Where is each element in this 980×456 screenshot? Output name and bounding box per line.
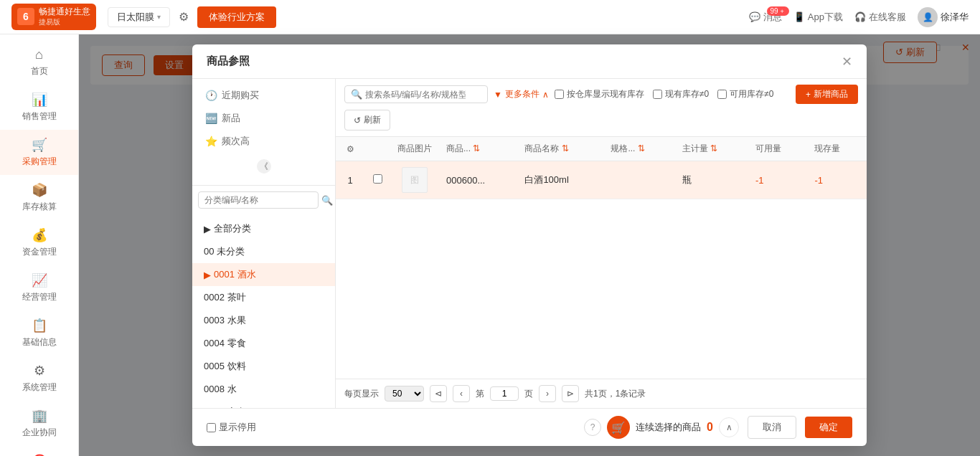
modal-footer: 显示停用 ? 🛒 连续选择的商品 0 ∧ 取消 确定 xyxy=(192,408,867,446)
sidebar-item-system[interactable]: ⚙ 系统管理 xyxy=(0,356,78,401)
product-search-input[interactable] xyxy=(365,90,466,100)
checkbox-stock-nonzero[interactable]: 现有库存≠0 xyxy=(653,88,709,100)
page-number-input[interactable] xyxy=(490,386,519,401)
headset-icon: 🎧 xyxy=(854,11,866,22)
category-search-input[interactable] xyxy=(198,191,319,209)
category-search-icon[interactable]: 🔍 xyxy=(321,195,333,206)
category-0005[interactable]: 0005 饮料 xyxy=(192,355,335,378)
per-page-select[interactable]: 50 100 200 xyxy=(385,386,424,402)
left-panel: 🕐 近期购买 🆕 新品 ⭐ 频次高 《 xyxy=(192,79,336,408)
prev-page-button[interactable]: ‹ xyxy=(453,385,470,402)
settings-icon[interactable]: ⚙ xyxy=(179,10,189,24)
sidebar-item-enterprise[interactable]: 🏢 企业协同 xyxy=(0,401,78,446)
col-name[interactable]: 商品名称 ⇅ xyxy=(517,137,603,161)
category-all-arrow: ▶ xyxy=(204,224,211,234)
category-00-label: 00 未分类 xyxy=(204,245,245,258)
app-download[interactable]: 📱 App下载 xyxy=(793,11,843,24)
row-available: -1 xyxy=(748,161,808,199)
sidebar-item-finance[interactable]: 💰 资金管理 xyxy=(0,220,78,265)
tab-recent[interactable]: 🕐 近期购买 xyxy=(198,85,329,106)
business-icon: 📈 xyxy=(32,272,47,288)
category-0010[interactable]: 0010 家电 xyxy=(192,401,335,408)
cart-count: 0 xyxy=(707,421,713,434)
product-image: 图 xyxy=(402,167,428,193)
add-product-button[interactable]: + 新增商品 xyxy=(796,85,858,104)
sidebar-label-business: 经营管理 xyxy=(22,291,57,303)
cancel-button[interactable]: 取消 xyxy=(748,416,796,439)
category-0008-label: 0008 水 xyxy=(204,383,237,396)
page-total: 共1页，1条记录 xyxy=(585,388,646,400)
category-all[interactable]: ▶ 全部分类 xyxy=(192,217,335,240)
category-00[interactable]: 00 未分类 xyxy=(192,240,335,263)
category-0005-label: 0005 饮料 xyxy=(204,360,246,373)
online-service[interactable]: 🎧 在线客服 xyxy=(854,11,906,24)
category-0008[interactable]: 0008 水 xyxy=(192,378,335,401)
sidebar-item-purchase[interactable]: 🛒 采购管理 xyxy=(0,130,78,175)
more-filter-button[interactable]: ▼ 更多条件 ∧ xyxy=(494,88,549,100)
tab-new[interactable]: 🆕 新品 xyxy=(198,108,329,129)
sidebar-item-sales[interactable]: 📊 销售管理 xyxy=(0,85,78,130)
messages-badge[interactable]: 💬 消息 99+ xyxy=(749,11,782,24)
close-modal-button[interactable]: ✕ xyxy=(842,55,852,68)
row-num: 1 xyxy=(336,161,364,199)
navbar: 6 畅捷通好生意 捷易版 日太阳膜 ▾ ⚙ 体验行业方案 💬 消息 99+ 📱 … xyxy=(0,0,980,34)
category-0002-label: 0002 茶叶 xyxy=(204,291,246,304)
sidebar: ⌂ 首页 📊 销售管理 🛒 采购管理 📦 库存核算 💰 资金管理 📈 经营管理 … xyxy=(0,34,79,456)
checkbox-show-stock-input[interactable] xyxy=(555,90,564,99)
modal-title: 商品参照 xyxy=(207,54,250,68)
col-unit[interactable]: 主计量 ⇅ xyxy=(675,137,748,161)
add-icon: + xyxy=(806,90,811,100)
row-checkbox[interactable] xyxy=(373,174,382,184)
category-0001[interactable]: ▶ 0001 酒水 xyxy=(192,263,335,286)
category-0004[interactable]: 0004 零食 xyxy=(192,332,335,355)
trial-button[interactable]: 体验行业方案 xyxy=(197,6,276,28)
collapse-cart-button[interactable]: ∧ xyxy=(719,417,739,437)
col-spec[interactable]: 规格... ⇅ xyxy=(603,137,674,161)
logo[interactable]: 6 畅捷通好生意 捷易版 xyxy=(11,4,96,29)
row-spec xyxy=(603,161,674,199)
first-page-button[interactable]: ⊲ xyxy=(430,385,447,402)
checkbox-available-nonzero[interactable]: 可用库存≠0 xyxy=(717,88,773,100)
category-0002[interactable]: 0002 茶叶 xyxy=(192,286,335,309)
sidebar-item-basic[interactable]: 📋 基础信息 xyxy=(0,310,78,356)
user-menu[interactable]: 👤 徐泽华 xyxy=(918,7,969,27)
row-code: 000600... xyxy=(439,161,517,199)
last-page-button[interactable]: ⊳ xyxy=(562,385,579,402)
modal-overlay: 商品参照 ✕ 🕐 近期购买 🆕 xyxy=(79,34,980,456)
filter-label: 更多条件 xyxy=(505,88,540,100)
category-0001-label: 0001 酒水 xyxy=(214,268,256,281)
sidebar-label-purchase: 采购管理 xyxy=(22,156,57,168)
cart-icon[interactable]: 🛒 xyxy=(607,416,630,439)
recent-icon: 🕐 xyxy=(205,90,217,101)
sidebar-item-home[interactable]: ⌂ 首页 xyxy=(0,40,78,85)
message-count: 99+ xyxy=(767,6,788,16)
product-table: ⚙ 商品图片 商品... ⇅ 商品名称 xyxy=(336,137,867,199)
refresh-button[interactable]: ↺ 刷新 xyxy=(344,110,390,130)
sidebar-item-inventory[interactable]: 📦 库存核算 xyxy=(0,175,78,220)
category-search: 🔍 xyxy=(192,186,335,214)
checkbox-show-stock[interactable]: 按仓库显示现有库存 xyxy=(555,88,644,100)
table-row[interactable]: 1 图 xyxy=(336,161,867,199)
col-code[interactable]: 商品... ⇅ xyxy=(439,137,517,161)
right-panel: 🔍 ▼ 更多条件 ∧ 按仓库显示现有库存 xyxy=(336,79,867,408)
confirm-button[interactable]: 确定 xyxy=(805,417,852,438)
sidebar-item-guide[interactable]: 🎯 新手引导 xyxy=(0,446,78,456)
collapse-left-button[interactable]: 《 xyxy=(257,159,271,174)
checkbox-available-nonzero-input[interactable] xyxy=(717,90,727,99)
home-icon: ⌂ xyxy=(35,47,43,62)
show-disabled-input[interactable] xyxy=(207,423,216,432)
store-selector[interactable]: 日太阳膜 ▾ xyxy=(108,7,170,27)
checkbox-stock-nonzero-input[interactable] xyxy=(653,90,662,99)
show-disabled-checkbox[interactable]: 显示停用 xyxy=(207,421,256,434)
row-check[interactable] xyxy=(364,161,390,199)
help-button[interactable]: ? xyxy=(584,419,601,436)
refresh-icon: ↺ xyxy=(354,115,361,125)
sidebar-item-business[interactable]: 📈 经营管理 xyxy=(0,265,78,310)
sort-spec-icon: ⇅ xyxy=(638,143,645,153)
tab-frequent[interactable]: ⭐ 频次高 xyxy=(198,130,329,152)
category-0004-label: 0004 零食 xyxy=(204,337,246,350)
next-page-button[interactable]: › xyxy=(539,385,556,402)
category-0003[interactable]: 0003 水果 xyxy=(192,309,335,332)
modal-body: 🕐 近期购买 🆕 新品 ⭐ 频次高 《 xyxy=(192,79,867,408)
col-settings[interactable]: ⚙ xyxy=(336,137,364,161)
